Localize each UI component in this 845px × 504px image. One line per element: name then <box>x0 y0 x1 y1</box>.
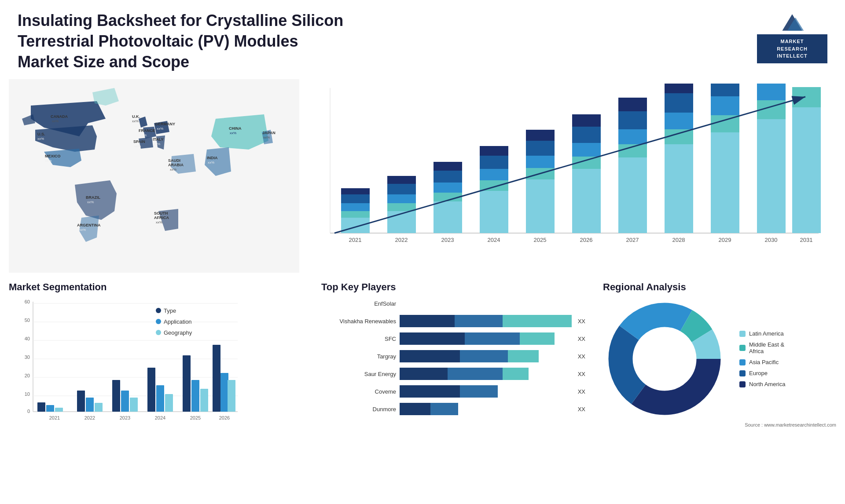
svg-text:2026: 2026 <box>219 415 230 420</box>
svg-text:xx%: xx% <box>208 161 214 164</box>
svg-rect-51 <box>387 176 416 184</box>
svg-rect-82 <box>618 157 647 233</box>
segmentation-chart: 60 50 40 30 20 10 0 2021 2 <box>9 297 264 438</box>
legend-item-north-america: North America <box>739 381 785 387</box>
svg-rect-104 <box>757 84 786 100</box>
svg-text:0: 0 <box>27 409 30 414</box>
bottom-grid: Market Segmentation 60 50 40 30 20 10 0 <box>0 277 845 462</box>
legend-item-asia-pacific: Asia Pacific <box>739 359 785 365</box>
svg-rect-63 <box>480 169 508 180</box>
svg-text:xx%: xx% <box>230 131 236 135</box>
svg-rect-85 <box>618 111 647 129</box>
svg-text:xx%: xx% <box>263 135 270 139</box>
svg-rect-126 <box>46 405 54 412</box>
svg-text:xx%: xx% <box>87 200 94 204</box>
player-xx: XX <box>578 388 585 395</box>
svg-rect-125 <box>37 402 45 412</box>
svg-text:2022: 2022 <box>395 237 408 243</box>
svg-text:30: 30 <box>25 354 30 360</box>
svg-text:SOUTH: SOUTH <box>154 211 168 215</box>
player-xx: XX <box>578 353 585 360</box>
player-name: Dunmore <box>321 406 396 413</box>
svg-text:2030: 2030 <box>765 237 778 243</box>
player-name: Vishakha Renewables <box>321 318 396 325</box>
svg-text:ITALY: ITALY <box>153 137 164 142</box>
svg-rect-103 <box>757 100 786 119</box>
svg-rect-89 <box>665 144 693 233</box>
donut-area: Latin America Middle East &Africa Asia P… <box>603 297 845 420</box>
regional-title: Regional Analysis <box>603 281 845 293</box>
svg-rect-90 <box>665 129 693 144</box>
svg-text:2025: 2025 <box>534 237 547 243</box>
svg-point-151 <box>156 319 161 324</box>
svg-text:U.K.: U.K. <box>132 114 140 119</box>
svg-text:2024: 2024 <box>488 237 500 243</box>
svg-rect-79 <box>572 114 601 127</box>
legend-color <box>739 370 746 376</box>
svg-text:xx%: xx% <box>154 142 160 146</box>
svg-text:INDIA: INDIA <box>207 156 218 160</box>
player-name: SFC <box>321 336 396 342</box>
player-bar <box>400 403 572 415</box>
svg-text:xx%: xx% <box>37 137 44 141</box>
svg-rect-49 <box>387 194 416 203</box>
svg-rect-57 <box>434 171 462 183</box>
svg-rect-65 <box>480 146 508 156</box>
svg-text:xx%: xx% <box>45 159 51 163</box>
svg-text:FRANCE: FRANCE <box>139 128 155 133</box>
svg-text:Application: Application <box>164 318 192 325</box>
svg-text:SAUDI: SAUDI <box>168 158 180 163</box>
logo-icon <box>779 11 805 33</box>
svg-rect-142 <box>191 380 199 412</box>
svg-text:ARGENTINA: ARGENTINA <box>77 223 101 227</box>
svg-text:10: 10 <box>25 391 30 397</box>
svg-text:xx%: xx% <box>170 168 176 172</box>
svg-text:MEXICO: MEXICO <box>45 154 61 158</box>
svg-rect-93 <box>665 84 693 93</box>
svg-text:50: 50 <box>25 318 30 323</box>
svg-rect-50 <box>387 184 416 194</box>
legend-label: Latin America <box>749 330 784 337</box>
legend-label: Asia Pacific <box>749 359 779 365</box>
logo-text: MARKET RESEARCH INTELLECT <box>757 34 827 63</box>
svg-text:BRAZIL: BRAZIL <box>86 195 100 200</box>
svg-text:AFRICA: AFRICA <box>154 215 169 220</box>
logo-area: MARKET RESEARCH INTELLECT <box>757 11 827 63</box>
svg-rect-145 <box>213 345 220 412</box>
bar-chart-main: XX 2021 XX 2022 <box>308 84 827 255</box>
svg-text:SPAIN: SPAIN <box>133 139 145 144</box>
svg-text:2031: 2031 <box>800 237 813 243</box>
svg-text:Type: Type <box>164 307 176 314</box>
legend-color <box>739 331 746 337</box>
svg-text:JAPAN: JAPAN <box>262 131 276 135</box>
key-players-title: Top Key Players <box>321 281 585 293</box>
svg-text:xx%: xx% <box>134 144 141 148</box>
source-text: Source : www.marketresearchintellect.com <box>603 422 845 427</box>
legend-item-latin-america: Latin America <box>739 330 785 337</box>
svg-text:2021: 2021 <box>49 415 60 420</box>
svg-rect-143 <box>200 389 208 412</box>
regional-section: Regional Analysis <box>599 281 845 462</box>
svg-text:xx%: xx% <box>157 127 163 131</box>
world-map-svg: CANADA xx% U.S. xx% MEXICO xx% BRAZIL xx… <box>9 79 299 273</box>
player-row: EnfSolar <box>321 297 585 310</box>
page-header: Insulating Backsheet for Crystalline Sil… <box>0 0 845 79</box>
svg-rect-76 <box>572 157 601 169</box>
svg-text:60: 60 <box>25 299 30 304</box>
svg-rect-133 <box>112 380 120 412</box>
svg-rect-64 <box>480 156 508 169</box>
legend-item-europe: Europe <box>739 370 785 376</box>
svg-text:2023: 2023 <box>120 415 130 420</box>
svg-text:2028: 2028 <box>672 237 685 243</box>
svg-rect-40 <box>341 218 370 233</box>
regional-legend: Latin America Middle East &Africa Asia P… <box>739 330 785 387</box>
svg-text:2025: 2025 <box>190 415 201 420</box>
svg-text:GERMANY: GERMANY <box>155 122 175 126</box>
svg-rect-62 <box>480 180 508 191</box>
svg-rect-147 <box>228 380 235 412</box>
legend-label: North America <box>749 381 785 387</box>
player-bar <box>400 368 572 380</box>
page-title: Insulating Backsheet for Crystalline Sil… <box>18 11 348 72</box>
svg-rect-48 <box>387 203 416 211</box>
svg-rect-77 <box>572 143 601 157</box>
